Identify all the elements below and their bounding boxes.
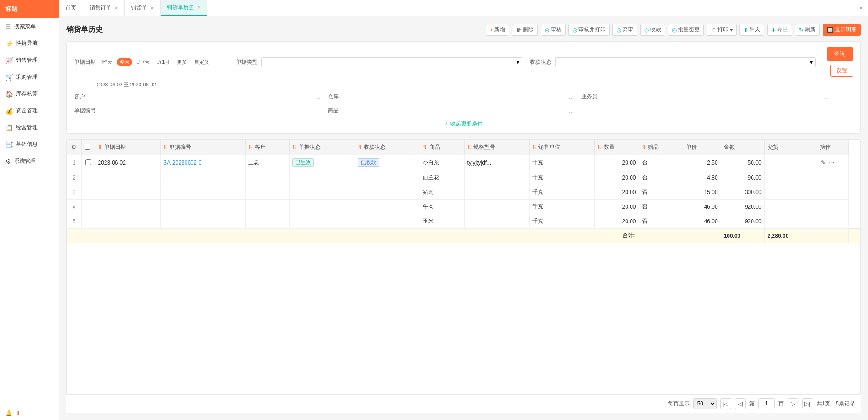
collect-button[interactable]: ◎ 收款 (640, 24, 665, 36)
warehouse-picker-icon[interactable]: ... (569, 93, 574, 100)
salesperson-input[interactable] (607, 92, 819, 101)
import-button[interactable]: ⬆ 导入 (739, 24, 764, 36)
print-button[interactable]: 🖨 打印 ▾ (707, 24, 737, 36)
qty-cell: 20.00 (595, 214, 639, 229)
tab-close-all[interactable]: × (854, 5, 868, 11)
date-tab-custom[interactable]: 自定义 (191, 58, 212, 66)
goods-input[interactable] (353, 106, 566, 115)
export-button[interactable]: ⬇ 导出 (767, 24, 792, 36)
refresh-button[interactable]: ↻ 刷新 (795, 24, 820, 36)
tab-close-sales-history[interactable]: × (198, 5, 201, 10)
select-all-checkbox[interactable] (85, 144, 90, 150)
next-page-button[interactable]: ▷ (788, 398, 798, 409)
salesperson-picker-icon[interactable]: ... (822, 93, 828, 100)
base-icon: 📑 (5, 141, 13, 148)
show-detail-button[interactable]: 🔲 显示明细 (823, 24, 861, 36)
date-tab-more[interactable]: 更多 (174, 58, 190, 66)
table-row: 5 玉米 千克 20.00 否 46.00 920.00 (67, 214, 860, 229)
bell-icon[interactable]: 🔔 (5, 410, 12, 416)
tab-sales-order[interactable]: 销售订单 × (83, 0, 125, 16)
spec-cell (464, 185, 529, 200)
audit-button[interactable]: ◎ 审核 (541, 24, 566, 36)
per-page-select[interactable]: 50 20 100 (693, 398, 717, 409)
col-collect-status[interactable]: ⇅ 收款状态 (355, 140, 420, 155)
audit-print-button[interactable]: ◎ 审核并打印 (568, 24, 610, 36)
col-customer[interactable]: ⇅ 客户 (246, 140, 290, 155)
col-doc-status[interactable]: ⇅ 单据状态 (290, 140, 355, 155)
col-qty[interactable]: ⇅ 数量 (595, 140, 639, 155)
last-page-button[interactable]: ▷| (802, 398, 813, 409)
action-cell (817, 214, 848, 229)
gift-cell: 否 (639, 155, 683, 170)
batch-change-button[interactable]: ◎ 批量变更 (668, 24, 704, 36)
collect-status-select[interactable]: ▾ (555, 57, 816, 67)
row-select-checkbox[interactable] (85, 159, 91, 165)
date-tab-today[interactable]: 今天 (117, 58, 132, 66)
page-number-input[interactable] (758, 398, 775, 409)
sidebar-item-sales[interactable]: 📈 销售管理 (0, 52, 59, 69)
col-settings[interactable]: ⚙ (67, 140, 81, 155)
doc-type-label: 单据类型 (236, 58, 259, 66)
edit-icon[interactable]: ✎ (820, 158, 827, 167)
col-goods[interactable]: ⇅ 商品 (420, 140, 464, 155)
doc-no-link[interactable]: SA-20230602-0 (163, 160, 201, 166)
doc-no-input[interactable] (100, 106, 245, 115)
doc-status-badge: 已生效 (292, 158, 314, 167)
plus-icon: + (490, 27, 493, 33)
sidebar-item-quick-nav[interactable]: ⚡ 快捷导航 (0, 35, 59, 52)
unit-cell: 千克 (529, 155, 594, 170)
import-icon: ⬆ (743, 27, 748, 33)
tab-close-sales-goods[interactable]: × (151, 5, 154, 10)
query-button[interactable]: 查询 (827, 47, 853, 61)
date-tab-yesterday[interactable]: 昨天 (100, 58, 115, 66)
col-gift[interactable]: ⇅ 赠品 (639, 140, 683, 155)
sidebar-item-system[interactable]: ⚙ 系统管理 (0, 153, 59, 170)
abandon-button[interactable]: ◎ 弃审 (612, 24, 637, 36)
collect-icon: ◎ (644, 27, 649, 33)
setup-button[interactable]: 设置 (830, 65, 853, 77)
first-page-button[interactable]: |◁ (720, 398, 731, 409)
sidebar-item-inventory[interactable]: 🏠 库存核算 (0, 85, 59, 102)
prev-page-button[interactable]: ◁ (735, 398, 746, 409)
tab-sales-history[interactable]: 销货单历史 × (161, 0, 207, 16)
sort-icon: ⇅ (423, 145, 426, 150)
date-tab-7days[interactable]: 近7天 (134, 58, 152, 66)
tab-sales-goods[interactable]: 销货单 × (125, 0, 161, 16)
amount-cell: 96.00 (721, 170, 764, 185)
col-spec[interactable]: ⇅ 规格型号 (464, 140, 529, 155)
unit-cell: 千克 (529, 214, 594, 229)
sidebar-item-purchase[interactable]: 🛒 采购管理 (0, 69, 59, 85)
col-doc-no[interactable]: ⇅ 单据编号 (161, 140, 246, 155)
trade-cell (764, 214, 817, 229)
sidebar-item-search-menu[interactable]: ☰ 搜索菜单 (0, 18, 59, 35)
table-header-row: ⚙ ⇅ 单据日期 ⇅ 单据编号 (67, 140, 860, 155)
col-unit[interactable]: ⇅ 销售单位 (529, 140, 594, 155)
sort-icon: ⇅ (292, 145, 296, 150)
customer-input[interactable] (100, 92, 312, 101)
sidebar-item-finance[interactable]: 💰 资金管理 (0, 102, 59, 119)
tab-home[interactable]: 首页 (59, 0, 83, 16)
date-tab-1month[interactable]: 近1月 (154, 58, 172, 66)
warehouse-input[interactable] (353, 92, 566, 101)
tab-close-sales-order[interactable]: × (115, 5, 118, 10)
more-icon[interactable]: ⋯ (828, 158, 836, 167)
tab-bar: 首页 销售订单 × 销货单 × 销货单历史 × × (59, 0, 868, 16)
sidebar: 标题 ☰ 搜索菜单 ⚡ 快捷导航 📈 销售管理 🛒 采购管理 🏠 库存核算 💰 … (0, 0, 59, 420)
doc-type-select[interactable]: ▾ (261, 57, 522, 67)
col-doc-date[interactable]: ⇅ 单据日期 (95, 140, 161, 155)
row-num: 1 (67, 155, 81, 170)
sidebar-item-ops[interactable]: 📋 经营管理 (0, 119, 59, 136)
data-table: ⚙ ⇅ 单据日期 ⇅ 单据编号 (67, 140, 860, 243)
delete-button[interactable]: 🗑 删除 (512, 24, 538, 36)
new-button[interactable]: + 新增 (486, 24, 509, 36)
qty-cell: 20.00 (595, 185, 639, 200)
pause-icon[interactable]: ⏸ (15, 410, 20, 416)
collapse-filter-button[interactable]: ∧ 收起更多条件 (74, 120, 853, 128)
goods-picker-icon[interactable]: ... (569, 107, 574, 115)
customer-picker-icon[interactable]: ... (315, 93, 321, 100)
data-table-container: ⚙ ⇅ 单据日期 ⇅ 单据编号 (66, 139, 861, 394)
sidebar-item-base[interactable]: 📑 基础信息 (0, 136, 59, 153)
doc-no-cell: SA-20230602-0 (161, 155, 246, 170)
unit-price-cell: 15.00 (683, 185, 721, 200)
export-icon: ⬇ (771, 27, 776, 33)
